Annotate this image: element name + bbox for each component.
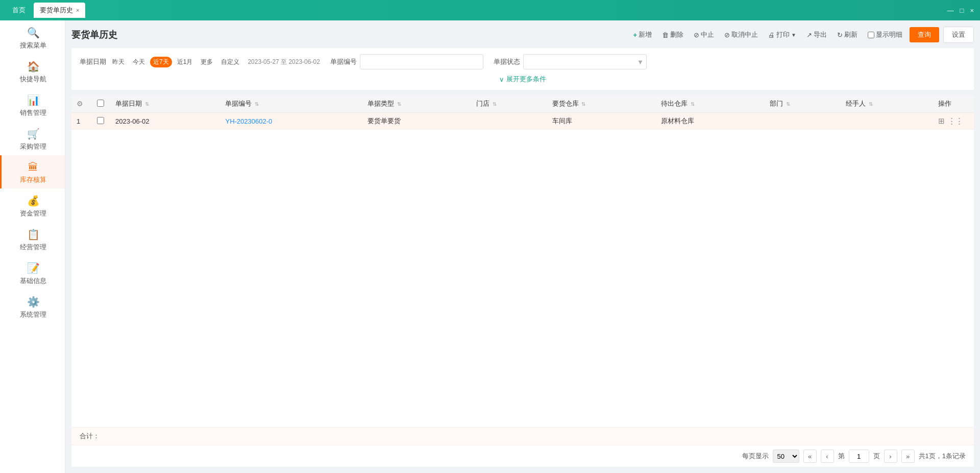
- query-button[interactable]: 查询: [910, 27, 939, 42]
- page-label-pre: 第: [838, 452, 845, 461]
- show-detail-button[interactable]: 显示明细: [865, 28, 905, 41]
- first-page-button[interactable]: «: [803, 450, 817, 463]
- sidebar-item-quick-nav-label: 快捷导航: [20, 75, 46, 84]
- date-shortcuts: 昨天 今天 近7天 近1月 更多 自定义: [109, 57, 242, 67]
- minimize-icon[interactable]: —: [947, 7, 954, 14]
- th-date-label: 单据日期: [115, 100, 142, 107]
- date-range-text: 2023-05-27 至 2023-06-02: [248, 58, 320, 66]
- th-docno: 单据编号 ⇅: [220, 95, 362, 113]
- sidebar-item-search-menu[interactable]: 🔍 搜索菜单: [0, 20, 65, 54]
- th-req-warehouse: 要货仓库 ⇅: [547, 95, 656, 113]
- sidebar-item-operations[interactable]: 📋 经营管理: [0, 222, 65, 256]
- total-label: 共1页，1条记录: [919, 452, 966, 461]
- delete-button[interactable]: 🗑 删除: [659, 28, 687, 41]
- stop-icon: ⊘: [694, 31, 699, 39]
- toolbar: + 新增 🗑 删除 ⊘ 中止 ⊘ 取消中止 🖨 打印: [630, 27, 974, 43]
- top-bar: 首页 要货单历史 × — □ ×: [0, 0, 980, 20]
- cell-store: [471, 113, 547, 130]
- stop-button[interactable]: ⊘ 中止: [691, 28, 717, 41]
- th-date-sort-icon[interactable]: ⇅: [145, 101, 149, 107]
- sidebar-item-sales[interactable]: 📊 销售管理: [0, 88, 65, 122]
- refresh-button[interactable]: ↻ 刷新: [834, 28, 861, 41]
- sidebar-item-finance-label: 资金管理: [20, 209, 46, 218]
- cell-num: 1: [71, 113, 92, 130]
- date-btn-today[interactable]: 今天: [130, 57, 148, 67]
- setting-button[interactable]: 设置: [943, 27, 974, 43]
- row-checkbox[interactable]: [97, 117, 104, 124]
- page-title: 要货单历史: [71, 29, 117, 41]
- th-action-label: 操作: [938, 100, 951, 107]
- date-btn-more[interactable]: 更多: [198, 57, 216, 67]
- doc-number-filter: 单据编号: [330, 54, 483, 69]
- th-department-sort-icon[interactable]: ⇅: [786, 101, 790, 107]
- tab-home-label: 首页: [12, 6, 26, 15]
- new-button[interactable]: + 新增: [630, 28, 655, 41]
- sidebar-item-basics[interactable]: 📝 基础信息: [0, 256, 65, 290]
- table-scroll: ⚙ 单据日期 ⇅ 单据编号 ⇅: [71, 95, 974, 427]
- th-store-sort-icon[interactable]: ⇅: [493, 101, 497, 107]
- date-filter: 单据日期 昨天 今天 近7天 近1月 更多 自定义 2023-05-27 至 2…: [80, 57, 320, 67]
- date-btn-1month[interactable]: 近1月: [174, 57, 196, 67]
- cancel-stop-button[interactable]: ⊘ 取消中止: [721, 28, 761, 41]
- cancel-stop-icon: ⊘: [724, 31, 730, 39]
- table-settings-icon[interactable]: ⚙: [77, 100, 83, 108]
- th-pending-warehouse: 待出仓库 ⇅: [656, 95, 765, 113]
- export-icon: ↗: [806, 31, 812, 39]
- expand-button[interactable]: ∨ 展开更多条件: [499, 75, 546, 84]
- th-handler-sort-icon[interactable]: ⇅: [869, 101, 873, 107]
- date-btn-7days[interactable]: 近7天: [150, 57, 172, 67]
- row-more-icon[interactable]: ⋮⋮: [948, 116, 963, 126]
- operations-icon: 📋: [27, 228, 40, 241]
- filter-row-1: 单据日期 昨天 今天 近7天 近1月 更多 自定义 2023-05-27 至 2…: [80, 54, 966, 69]
- maximize-icon[interactable]: □: [960, 7, 964, 14]
- tab-active[interactable]: 要货单历史 ×: [34, 3, 85, 18]
- th-req-warehouse-sort-icon[interactable]: ⇅: [581, 101, 585, 107]
- row-edit-icon[interactable]: ⊞: [938, 116, 945, 126]
- sidebar-item-search-menu-label: 搜索菜单: [20, 41, 46, 50]
- sidebar-item-purchase[interactable]: 🛒 采购管理: [0, 122, 65, 155]
- th-docno-sort-icon[interactable]: ⇅: [255, 101, 259, 107]
- tab-home[interactable]: 首页: [6, 3, 32, 18]
- th-department-label: 部门: [770, 100, 783, 107]
- cell-docno: YH-20230602-0: [220, 113, 362, 130]
- new-label: 新增: [639, 30, 652, 39]
- sidebar-item-system[interactable]: ⚙️ 系统管理: [0, 290, 65, 323]
- th-req-warehouse-label: 要货仓库: [552, 100, 579, 107]
- date-btn-yesterday[interactable]: 昨天: [109, 57, 128, 67]
- select-all-checkbox[interactable]: [97, 100, 104, 107]
- next-page-button[interactable]: ›: [884, 450, 897, 463]
- search-menu-icon: 🔍: [27, 27, 40, 39]
- th-pending-warehouse-sort-icon[interactable]: ⇅: [691, 101, 695, 107]
- doc-link[interactable]: YH-20230602-0: [225, 117, 272, 125]
- stop-label: 中止: [701, 30, 714, 39]
- sidebar-item-finance[interactable]: 💰 资金管理: [0, 188, 65, 222]
- sidebar-item-inventory[interactable]: 🏛 库存核算: [0, 155, 65, 188]
- sidebar-item-quick-nav[interactable]: 🏠 快捷导航: [0, 54, 65, 88]
- page-number-input[interactable]: [849, 450, 869, 463]
- th-doctype: 单据类型 ⇅: [362, 95, 471, 113]
- refresh-icon: ↻: [837, 31, 843, 39]
- export-button[interactable]: ↗ 导出: [803, 28, 830, 41]
- doc-number-label: 单据编号: [330, 57, 357, 66]
- last-page-button[interactable]: »: [901, 450, 915, 463]
- sidebar-item-operations-label: 经营管理: [20, 243, 46, 252]
- th-doctype-sort-icon[interactable]: ⇅: [397, 101, 401, 107]
- cancel-stop-label: 取消中止: [731, 30, 758, 39]
- prev-page-button[interactable]: ‹: [821, 450, 834, 463]
- doc-number-input[interactable]: [360, 54, 483, 69]
- show-detail-checkbox[interactable]: [868, 32, 874, 38]
- window-close-icon[interactable]: ×: [970, 7, 974, 14]
- print-button[interactable]: 🖨 打印 ▼: [765, 28, 799, 41]
- tab-close-icon[interactable]: ×: [76, 7, 79, 13]
- expand-arrow-icon: ∨: [499, 76, 504, 83]
- per-page-select[interactable]: 50 100 200: [773, 450, 799, 463]
- status-select[interactable]: [523, 54, 647, 69]
- cell-handler: [841, 113, 933, 130]
- date-btn-custom[interactable]: 自定义: [218, 57, 242, 67]
- content-area: 要货单历史 + 新增 🗑 删除 ⊘ 中止 ⊘ 取消中止: [65, 20, 980, 473]
- page-label-post: 页: [873, 452, 880, 461]
- th-checkbox: [92, 95, 110, 113]
- sidebar-item-basics-label: 基础信息: [20, 276, 46, 286]
- page-header: 要货单历史 + 新增 🗑 删除 ⊘ 中止 ⊘ 取消中止: [71, 27, 974, 43]
- finance-icon: 💰: [27, 195, 40, 207]
